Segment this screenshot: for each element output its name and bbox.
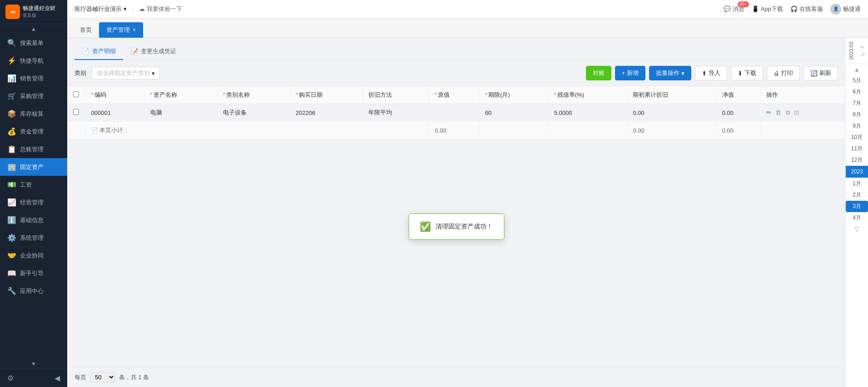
panel-month-7[interactable]: 7月 — [846, 98, 868, 109]
table-container: *编码 *资产名称 *类别名称 *购买日期 折旧方法 *原值 *期限(月) *残… — [67, 86, 845, 367]
new-button[interactable]: + 新增 — [615, 66, 645, 80]
right-panel-close-icon[interactable]: × — [861, 44, 865, 50]
tabbar: 首页 资产管理 × — [67, 18, 868, 38]
batch-ops-chevron: ▾ — [681, 70, 684, 77]
subtotal-empty2 — [479, 122, 548, 139]
main-content: 医疗器械行业演示 ▾ | ☁ 我要体验一下 💬 消息 99+ 📱 App下载 🎧… — [67, 0, 868, 387]
online-service-btn[interactable]: 🎧 在线客服 — [790, 5, 823, 13]
edit-icon[interactable]: ✏ — [766, 109, 771, 116]
table-header-row: *编码 *资产名称 *类别名称 *购买日期 折旧方法 *原值 *期限(月) *残… — [67, 86, 845, 104]
sidebar-item-payroll[interactable]: 💵 工资 — [0, 176, 67, 194]
general-ledger-icon: 📋 — [7, 145, 16, 154]
system-icon: ⚙️ — [7, 233, 16, 242]
user-btn[interactable]: 👤 畅捷通 — [830, 4, 861, 15]
sidebar-scroll-down[interactable]: ▼ — [0, 359, 67, 369]
subtotal-label: 📄 本页小计： — [85, 122, 429, 139]
delete-icon[interactable]: 🗑 — [775, 109, 781, 116]
panel-month-6[interactable]: 6月 — [846, 86, 868, 98]
sidebar-item-basic-info[interactable]: ℹ️ 基础信息 — [0, 211, 67, 229]
sub-tab-change-voucher[interactable]: 📝 变更生成凭证 — [123, 44, 184, 60]
pagination: 每页 50 100 条，共 1 条 — [67, 367, 845, 387]
panel-month-3[interactable]: 3月 — [846, 201, 868, 212]
sidebar-item-general-ledger[interactable]: 📋 总账管理 — [0, 140, 67, 158]
th-period: *期限(月) — [479, 86, 548, 104]
batch-ops-button[interactable]: 批量操作 ▾ — [649, 66, 691, 80]
tab-asset-management-label: 资产管理 — [106, 26, 130, 34]
select-all-checkbox[interactable] — [73, 91, 79, 97]
purchase-icon: 🛒 — [7, 92, 16, 100]
th-code: *编码 — [85, 86, 144, 104]
toast-message: 清理固定资产成功！ — [436, 223, 493, 231]
sidebar-label-payroll: 工资 — [20, 181, 32, 189]
panel-month-11[interactable]: 11月 — [846, 143, 868, 154]
sidebar-item-funds[interactable]: 💰 资金管理 — [0, 123, 67, 140]
tab-asset-management[interactable]: 资产管理 × — [99, 22, 143, 38]
right-panel-year: 2023.03 — [848, 42, 854, 60]
panel-month-8[interactable]: 8月 — [846, 109, 868, 120]
sidebar-item-ops-mgmt[interactable]: 📈 经营管理 — [0, 194, 67, 211]
panel-month-10[interactable]: 10月 — [846, 132, 868, 143]
panel-month-4[interactable]: 4月 — [846, 212, 868, 223]
per-page-label: 每页 — [74, 373, 86, 382]
panel-month-9[interactable]: 9月 — [846, 120, 868, 132]
settings-icon[interactable]: ⚙ — [7, 374, 14, 382]
sidebar-item-fixed-assets[interactable]: 🏢 固定资产 — [0, 158, 67, 176]
sidebar-label-enterprise: 企业协同 — [20, 252, 44, 260]
sidebar-item-quick-nav[interactable]: ⚡ 快捷导航 — [0, 52, 67, 69]
sales-icon: 📊 — [7, 74, 16, 83]
sidebar-label-inventory: 库存核算 — [20, 110, 44, 118]
topbar-divider: | — [132, 5, 134, 12]
panel-up-arrow[interactable]: ▲ — [846, 64, 868, 75]
row-checkbox-cell — [67, 104, 85, 122]
sidebar-item-app-center[interactable]: 🔧 应用中心 — [0, 282, 67, 300]
sub-tab-asset-detail[interactable]: 📄 资产明细 — [74, 44, 123, 60]
right-panel-expand-icon[interactable]: ⤢ — [861, 51, 865, 58]
sub-tab-change-voucher-label: 变更生成凭证 — [141, 47, 176, 55]
success-toast: ✅ 清理固定资产成功！ — [408, 213, 504, 240]
message-btn[interactable]: 💬 消息 99+ — [724, 5, 744, 13]
category-select[interactable]: 请选择固定资产类别 ▾ — [92, 67, 160, 79]
panel-down-arrow[interactable]: ▽ — [846, 223, 868, 234]
sidebar-label-guide: 新手引导 — [20, 269, 44, 278]
print-button[interactable]: 🖨 打印 — [767, 66, 800, 80]
sidebar-item-inventory[interactable]: 📦 库存核算 — [0, 105, 67, 123]
refresh-icon: 🔄 — [810, 70, 818, 77]
headset-icon: 🎧 — [790, 5, 798, 12]
reconcile-button[interactable]: 对账 — [586, 66, 611, 80]
right-panel: 2023.03 × ⤢ ▲ 5月 6月 7月 8月 9月 10月 11月 12月… — [845, 38, 868, 387]
experience-label: 我要体验一下 — [147, 5, 182, 13]
sidebar-item-enterprise[interactable]: 🤝 企业协同 — [0, 247, 67, 264]
sidebar-item-sales[interactable]: 📊 销售管理 — [0, 69, 67, 87]
sidebar-scroll-up[interactable]: ▲ — [0, 24, 67, 34]
panel-month-1[interactable]: 1月 — [846, 178, 868, 189]
row-checkbox[interactable] — [73, 109, 79, 115]
panel-year-2023[interactable]: 2023 — [846, 166, 868, 178]
subtotal-net-value: 0.00 — [716, 122, 760, 139]
page-size-select[interactable]: 50 100 — [90, 372, 115, 382]
tab-home[interactable]: 首页 — [74, 22, 97, 38]
guide-icon: 📖 — [7, 269, 16, 278]
panel-month-2[interactable]: 2月 — [846, 189, 868, 201]
row-depreciation-method: 年限平均 — [362, 104, 429, 122]
sidebar-item-guide[interactable]: 📖 新手引导 — [0, 264, 67, 282]
refresh-button[interactable]: 🔄 刷新 — [804, 66, 838, 80]
company-selector[interactable]: 医疗器械行业演示 ▾ — [74, 5, 127, 13]
collapse-icon[interactable]: ◀ — [55, 374, 60, 382]
app-download-btn[interactable]: 📱 App下载 — [752, 5, 783, 13]
th-net-value: 净值 — [716, 86, 760, 104]
download-button[interactable]: ⬇ 下载 — [731, 66, 763, 80]
sidebar-item-system[interactable]: ⚙️ 系统管理 — [0, 229, 67, 247]
experience-btn[interactable]: ☁ 我要体验一下 — [139, 5, 182, 13]
copy-icon[interactable]: ⧉ — [786, 109, 790, 116]
sidebar-item-search[interactable]: 🔍 搜索菜单 — [0, 34, 67, 52]
import-button[interactable]: ⬆ 导入 — [695, 66, 727, 80]
sidebar-label-funds: 资金管理 — [20, 128, 44, 136]
sidebar-item-purchase[interactable]: 🛒 采购管理 — [0, 87, 67, 105]
more-icon[interactable]: ⊡ — [794, 109, 799, 116]
sub-tab-asset-detail-label: 资产明细 — [92, 47, 116, 55]
toolbar-right: 对账 + 新增 批量操作 ▾ ⬆ 导入 ⬇ 下载 — [586, 66, 838, 80]
panel-month-12[interactable]: 12月 — [846, 154, 868, 166]
panel-month-5[interactable]: 5月 — [846, 75, 868, 86]
tab-close-icon[interactable]: × — [133, 27, 136, 33]
batch-ops-label: 批量操作 — [656, 69, 680, 77]
